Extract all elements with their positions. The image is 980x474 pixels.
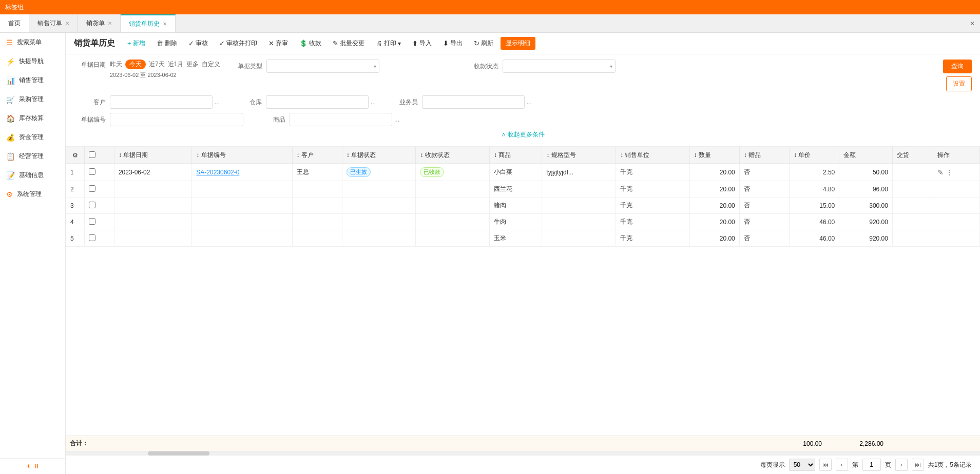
delete-btn[interactable]: 🗑 删除	[152, 37, 181, 49]
row-ops[interactable]	[933, 214, 980, 230]
row-order-no[interactable]: SA-20230602-0	[192, 164, 292, 181]
audit-btn[interactable]: ✓ 审核	[184, 37, 212, 49]
row-ops[interactable]: ✎⋮	[933, 164, 980, 181]
col-order-status[interactable]: ↕ 单据状态	[342, 147, 416, 164]
sidebar-item-finance[interactable]: 💰 资金管理	[0, 128, 65, 147]
query-btn[interactable]: 查询	[943, 60, 972, 73]
col-date[interactable]: ↕ 单据日期	[114, 147, 191, 164]
row-order-no[interactable]	[192, 230, 292, 247]
row-order-no[interactable]	[192, 214, 292, 230]
col-pay-status[interactable]: ↕ 收款状态	[416, 147, 490, 164]
close-all-tabs-btn[interactable]: ✕	[970, 20, 975, 27]
col-order-no[interactable]: ↕ 单据编号	[192, 147, 292, 164]
first-page-btn[interactable]: ⏮	[819, 459, 832, 471]
select-all-checkbox[interactable]	[89, 151, 95, 158]
sidebar-bottom-btn2[interactable]: ⏸	[33, 463, 40, 470]
set-btn[interactable]: 设置	[946, 76, 972, 91]
new-btn[interactable]: + 新增	[123, 37, 149, 49]
sidebar-item-sys-mgmt[interactable]: ⚙ 系统管理	[0, 185, 65, 204]
date-btn-7days[interactable]: 近7天	[149, 60, 165, 69]
date-btn-1month[interactable]: 近1月	[168, 60, 184, 69]
row-edit-btn[interactable]: ✎	[937, 168, 944, 176]
col-price[interactable]: ↕ 单价	[790, 147, 839, 164]
row-checkbox[interactable]	[85, 198, 114, 214]
row-ops[interactable]	[933, 181, 980, 198]
print-btn[interactable]: 🖨 打印 ▾	[372, 37, 405, 49]
order-no-link[interactable]: SA-20230602-0	[196, 169, 239, 176]
next-page-btn[interactable]: ›	[895, 459, 908, 471]
col-settings[interactable]: ⚙	[66, 147, 85, 164]
row-customer	[292, 214, 342, 230]
row-amount: 50.00	[839, 164, 893, 181]
row-price: 4.80	[790, 181, 839, 198]
receive-btn[interactable]: 💲 收款	[295, 37, 325, 49]
audit-print-btn[interactable]: ✓ 审核并打印	[215, 37, 261, 49]
row-checkbox-input[interactable]	[89, 202, 95, 208]
row-more-btn[interactable]: ⋮	[946, 168, 953, 176]
row-checkbox-input[interactable]	[89, 168, 95, 175]
sidebar-item-quick-nav[interactable]: ⚡ 快捷导航	[0, 52, 65, 71]
warehouse-input[interactable]	[266, 95, 369, 109]
goods-dots[interactable]: ...	[394, 116, 399, 123]
pay-status-select[interactable]	[503, 60, 616, 73]
col-goods[interactable]: ↕ 商品	[489, 147, 542, 164]
tab-sales-delivery-close[interactable]: ✕	[108, 21, 112, 26]
col-gift[interactable]: ↕ 赠品	[739, 147, 789, 164]
tab-sales-order[interactable]: 销售订单 ✕	[29, 14, 78, 32]
sidebar-item-base-info[interactable]: 📝 基础信息	[0, 166, 65, 185]
col-qty[interactable]: ↕ 数量	[689, 147, 739, 164]
export-btn[interactable]: ⬇ 导出	[439, 37, 467, 49]
goods-input[interactable]	[290, 113, 392, 126]
abandon-btn[interactable]: ✕ 弃审	[264, 37, 292, 49]
page-input[interactable]	[862, 459, 881, 471]
row-checkbox[interactable]	[85, 230, 114, 247]
row-order-no[interactable]	[192, 181, 292, 198]
date-btn-yesterday[interactable]: 昨天	[110, 60, 122, 69]
batch-change-btn[interactable]: ✎ 批量变更	[329, 37, 369, 49]
sidebar-item-sales-mgmt[interactable]: 📊 销售管理	[0, 71, 65, 90]
tab-sales-order-close[interactable]: ✕	[65, 21, 69, 26]
show-detail-btn[interactable]: 显示明细	[501, 37, 535, 50]
last-page-btn[interactable]: ⏭	[912, 459, 924, 471]
row-order-no[interactable]	[192, 198, 292, 214]
tab-home[interactable]: 首页	[0, 14, 29, 32]
date-btn-more[interactable]: 更多	[186, 60, 199, 69]
customer-dots[interactable]: ...	[215, 98, 220, 106]
order-no-input[interactable]	[110, 113, 243, 126]
col-customer[interactable]: ↕ 客户	[292, 147, 342, 164]
salesperson-input[interactable]	[422, 95, 525, 109]
tab-sales-history[interactable]: 销货单历史 ✕	[121, 14, 176, 32]
row-spec: tyjyjtyjdf...	[542, 164, 616, 181]
salesperson-dots[interactable]: ...	[527, 98, 532, 106]
col-spec[interactable]: ↕ 规格型号	[542, 147, 616, 164]
sidebar-bottom-btn1[interactable]: ☀	[26, 463, 31, 470]
row-checkbox-input[interactable]	[89, 234, 95, 241]
warehouse-dots[interactable]: ...	[371, 98, 376, 106]
refresh-btn[interactable]: ↻ 刷新	[470, 37, 497, 49]
scrollbar-thumb[interactable]	[148, 451, 209, 456]
per-page-select[interactable]: 50 20 100	[789, 459, 815, 471]
sidebar-item-inventory[interactable]: 🏠 库存核算	[0, 109, 65, 128]
sidebar-item-purchase-mgmt[interactable]: 🛒 采购管理	[0, 90, 65, 109]
row-checkbox[interactable]	[85, 181, 114, 198]
col-checkbox[interactable]	[85, 147, 114, 164]
sidebar-item-search-menu[interactable]: ☰ 搜索菜单	[0, 33, 65, 52]
row-checkbox-input[interactable]	[89, 218, 95, 225]
tab-sales-history-close[interactable]: ✕	[163, 21, 167, 27]
import-btn[interactable]: ⬆ 导入	[408, 37, 436, 49]
col-unit[interactable]: ↕ 销售单位	[616, 147, 689, 164]
date-btn-today[interactable]: 今天	[125, 60, 146, 69]
scrollbar-area[interactable]	[66, 451, 980, 455]
row-ops[interactable]	[933, 230, 980, 247]
collapse-btn[interactable]: ∧ 收起更多条件	[74, 128, 972, 141]
date-btn-custom[interactable]: 自定义	[202, 60, 220, 69]
row-checkbox[interactable]	[85, 214, 114, 230]
type-select[interactable]	[266, 60, 379, 73]
prev-page-btn[interactable]: ‹	[836, 459, 848, 471]
sidebar-item-operations[interactable]: 📋 经营管理	[0, 147, 65, 166]
row-ops[interactable]	[933, 198, 980, 214]
customer-input[interactable]	[110, 95, 213, 109]
row-checkbox-input[interactable]	[89, 185, 95, 192]
row-checkbox[interactable]	[85, 164, 114, 181]
tab-sales-delivery[interactable]: 销货单 ✕	[78, 14, 121, 32]
